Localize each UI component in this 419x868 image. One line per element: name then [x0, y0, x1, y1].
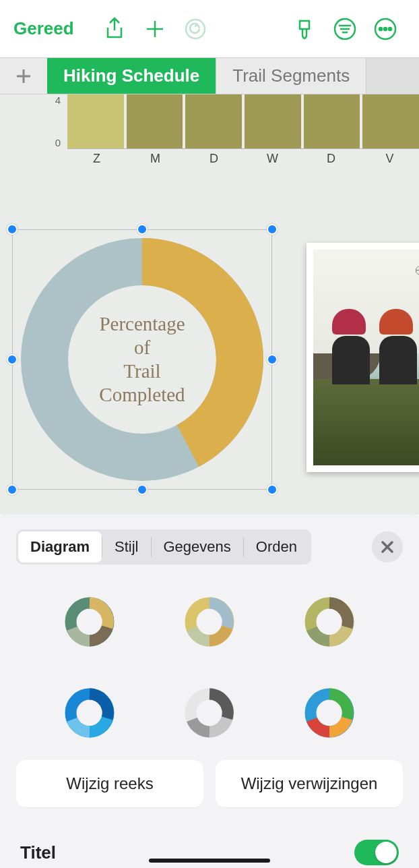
- chart-style-option[interactable]: [63, 595, 117, 649]
- title-toggle[interactable]: [354, 840, 399, 865]
- format-panel: Diagram Stijl Gegevens Orden Wijzig reek…: [0, 515, 419, 868]
- add-sheet-button[interactable]: [0, 58, 47, 94]
- tab-hiking-schedule[interactable]: Hiking Schedule: [47, 58, 216, 94]
- edit-series-button[interactable]: Wijzig reeks: [16, 760, 203, 807]
- top-toolbar: Gereed: [0, 0, 419, 57]
- svg-point-0: [186, 20, 205, 38]
- panel-segmented-control: Diagram Stijl Gegevens Orden: [16, 529, 311, 565]
- x-label: D: [185, 152, 243, 166]
- photo-object[interactable]: 𐀏: [307, 243, 419, 472]
- chart-style-option[interactable]: [63, 686, 117, 740]
- paintbrush-icon: [293, 17, 316, 41]
- donut-center-label: Percentage of Trail Completed: [12, 229, 272, 490]
- filter-icon: [333, 18, 356, 40]
- svg-point-4: [384, 28, 387, 30]
- chart-style-option[interactable]: [183, 686, 236, 740]
- sheet-tabs: Hiking Schedule Trail Segments: [0, 57, 419, 94]
- x-label: D: [302, 152, 360, 166]
- plus-icon: [144, 18, 166, 40]
- done-button[interactable]: Gereed: [13, 18, 74, 39]
- x-label: V: [360, 152, 419, 166]
- format-button[interactable]: [284, 17, 325, 41]
- more-button[interactable]: [365, 18, 406, 40]
- resize-handle[interactable]: [7, 354, 18, 365]
- svg-point-5: [389, 28, 391, 30]
- panel-tab-data[interactable]: Gegevens: [152, 531, 243, 562]
- resize-handle[interactable]: [7, 484, 18, 495]
- resize-handle[interactable]: [137, 484, 148, 495]
- panel-tab-order[interactable]: Orden: [244, 531, 309, 562]
- resize-handle[interactable]: [7, 224, 18, 235]
- plus-icon: [15, 67, 32, 85]
- resize-handle[interactable]: [267, 224, 278, 235]
- undo-button[interactable]: [175, 18, 216, 40]
- filter-button[interactable]: [325, 18, 365, 40]
- chart-style-option[interactable]: [302, 686, 356, 740]
- title-toggle-label: Titel: [20, 842, 56, 863]
- x-label: W: [243, 152, 302, 166]
- x-label: Z: [67, 152, 126, 166]
- more-icon: [374, 18, 397, 40]
- chart-style-grid: [30, 595, 389, 740]
- share-icon: [104, 17, 125, 41]
- resize-handle[interactable]: [137, 224, 148, 235]
- x-label: M: [126, 152, 185, 166]
- chart-style-option[interactable]: [183, 595, 236, 649]
- close-panel-button[interactable]: [372, 531, 403, 562]
- resize-handle[interactable]: [267, 484, 278, 495]
- bar-chart[interactable]: 4 0 Z M D W D V: [40, 94, 419, 175]
- panel-tab-style[interactable]: Stijl: [102, 531, 150, 562]
- selected-donut-chart[interactable]: Percentage of Trail Completed: [12, 229, 272, 490]
- canvas[interactable]: 4 0 Z M D W D V Percent: [0, 94, 419, 515]
- chart-style-option[interactable]: [302, 595, 356, 649]
- y-tick: 4: [55, 94, 61, 106]
- share-button[interactable]: [94, 17, 135, 41]
- add-button[interactable]: [135, 18, 175, 40]
- bird-icon: 𐀏: [414, 264, 419, 279]
- edit-references-button[interactable]: Wijzig verwijzingen: [216, 760, 403, 807]
- panel-tab-chart[interactable]: Diagram: [18, 531, 102, 562]
- resize-handle[interactable]: [267, 354, 278, 365]
- undo-icon: [184, 18, 207, 40]
- tab-trail-segments[interactable]: Trail Segments: [216, 58, 366, 94]
- svg-point-3: [379, 28, 382, 30]
- close-icon: [380, 540, 395, 554]
- y-tick: 0: [55, 137, 61, 148]
- home-indicator: [149, 859, 270, 863]
